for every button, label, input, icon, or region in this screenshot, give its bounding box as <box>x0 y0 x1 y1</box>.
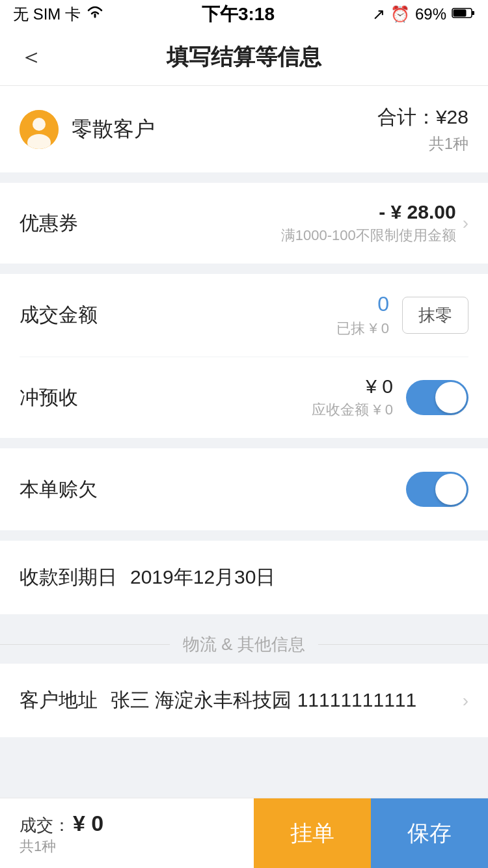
amount-row: 成交金额 0 已抹 ¥ 0 抹零 <box>20 274 468 357</box>
coupon-right: - ¥ 28.00 满1000-100不限制使用金额 › <box>281 201 468 245</box>
advance-sub: 应收金额 ¥ 0 <box>312 400 393 420</box>
round-button[interactable]: 抹零 <box>402 297 468 334</box>
amount-label: 成交金额 <box>20 302 98 329</box>
advance-amount: ¥ 0 <box>312 375 393 398</box>
address-value: 张三 海淀永丰科技园 11111111111 <box>111 687 416 714</box>
wifi-icon <box>86 5 104 23</box>
deal-amount: ¥ 0 <box>73 811 103 836</box>
debit-label: 本单赊欠 <box>20 476 98 503</box>
due-date-value: 2019年12月30日 <box>130 564 275 591</box>
toggle-knob <box>435 382 467 413</box>
amount-block: 0 已抹 ¥ 0 <box>336 292 389 338</box>
svg-rect-1 <box>472 11 474 15</box>
advance-row: 冲预收 ¥ 0 应收金额 ¥ 0 <box>20 357 468 438</box>
address-left: 客户地址 张三 海淀永丰科技园 11111111111 <box>20 687 416 714</box>
nav-bar: ＜ 填写结算等信息 <box>0 29 488 86</box>
advance-label: 冲预收 <box>20 385 78 411</box>
status-right: ↗ ⏰ 69% <box>372 5 475 23</box>
advance-toggle[interactable] <box>406 380 468 415</box>
customer-left: 零散客户 <box>20 110 155 149</box>
customer-avatar <box>20 110 59 149</box>
status-bar: 无 SIM 卡 下午3:18 ↗ ⏰ 69% <box>0 0 488 29</box>
address-label: 客户地址 <box>20 687 98 714</box>
amount-value: 0 <box>336 292 389 316</box>
amount-sub: 已抹 ¥ 0 <box>336 319 389 338</box>
customer-total: 合计：¥28 <box>377 104 468 131</box>
advance-right: ¥ 0 应收金额 ¥ 0 <box>312 375 468 420</box>
svg-rect-2 <box>453 10 466 17</box>
status-left: 无 SIM 卡 <box>13 4 104 25</box>
bottom-info: 成交： ¥ 0 共1种 <box>0 811 254 856</box>
content-area: 零散客户 合计：¥28 共1种 优惠券 - ¥ 28.00 满1000-100不… <box>0 86 488 737</box>
advance-block: ¥ 0 应收金额 ¥ 0 <box>312 375 393 420</box>
battery-icon <box>452 5 475 23</box>
location-icon: ↗ <box>372 5 385 23</box>
chevron-right-icon: › <box>463 213 468 234</box>
logistics-label: 物流 & 其他信息 <box>170 633 318 656</box>
deal-label: 成交： <box>20 814 70 837</box>
bottom-count: 共1种 <box>20 837 234 856</box>
save-button[interactable]: 保存 <box>371 798 488 869</box>
back-button[interactable]: ＜ <box>20 41 43 73</box>
debit-row: 本单赊欠 <box>20 448 468 530</box>
transaction-section: 成交金额 0 已抹 ¥ 0 抹零 冲预收 ¥ 0 应收金额 ¥ 0 <box>0 274 488 438</box>
sim-label: 无 SIM 卡 <box>13 4 81 25</box>
status-time: 下午3:18 <box>202 2 275 27</box>
coupon-desc: 满1000-100不限制使用金额 <box>281 226 456 245</box>
page-title: 填写结算等信息 <box>167 42 321 72</box>
address-row[interactable]: 客户地址 张三 海淀永丰科技园 11111111111 › <box>0 664 488 737</box>
coupon-amount: - ¥ 28.00 满1000-100不限制使用金额 <box>281 201 456 245</box>
debit-section: 本单赊欠 <box>0 448 488 530</box>
bottom-bar: 成交： ¥ 0 共1种 挂单 保存 <box>0 798 488 868</box>
customer-name: 零散客户 <box>72 115 155 144</box>
coupon-value: - ¥ 28.00 <box>281 201 456 223</box>
address-chevron-icon: › <box>463 690 468 711</box>
coupon-label: 优惠券 <box>20 210 78 237</box>
amount-right: 0 已抹 ¥ 0 抹零 <box>336 292 468 338</box>
customer-count: 共1种 <box>377 133 468 154</box>
due-date-label: 收款到期日 <box>20 564 117 591</box>
pending-button[interactable]: 挂单 <box>254 798 371 869</box>
debit-toggle-knob <box>435 474 467 505</box>
due-date-row: 收款到期日 2019年12月30日 <box>0 541 488 614</box>
coupon-row[interactable]: 优惠券 - ¥ 28.00 满1000-100不限制使用金额 › <box>0 183 488 264</box>
battery-label: 69% <box>415 5 446 23</box>
customer-row: 零散客户 合计：¥28 共1种 <box>0 86 488 172</box>
logistics-divider: 物流 & 其他信息 <box>0 625 488 664</box>
svg-point-4 <box>33 118 46 131</box>
debit-toggle[interactable] <box>406 472 468 507</box>
alarm-icon: ⏰ <box>390 5 410 23</box>
customer-summary: 合计：¥28 共1种 <box>377 104 468 154</box>
